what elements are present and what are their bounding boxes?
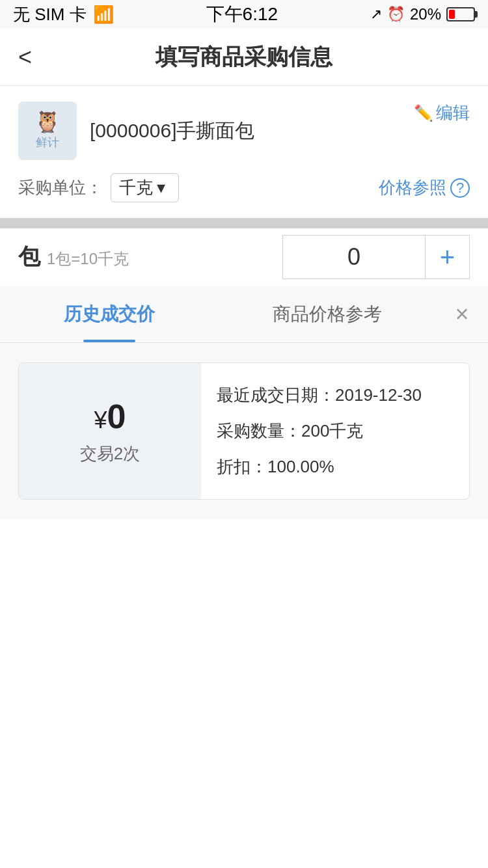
quantity-label: 包 1包=10千克 <box>18 242 129 272</box>
product-card: 🦉 鲜计 [0000006]手撕面包 ✏️ 编辑 采购单位： 千克 ▾ 价格参照… <box>0 86 488 218</box>
recent-date-label: 最近成交日期： <box>217 385 335 405</box>
edit-button[interactable]: ✏️ 编辑 <box>414 102 470 124</box>
price-ref-label: 价格参照 <box>379 176 446 199</box>
wifi-icon: 📶 <box>93 5 114 25</box>
tab-price-ref-label: 商品价格参考 <box>273 302 382 327</box>
recent-date-value: 2019-12-30 <box>335 385 422 405</box>
nav-bar: < 填写商品采购信息 <box>0 29 488 86</box>
trade-count: 交易2次 <box>80 442 140 465</box>
quantity-subtext: 1包=10千克 <box>47 249 129 269</box>
carrier-text: 无 SIM 卡 <box>13 3 87 26</box>
bottom-fill <box>0 519 488 868</box>
battery-fill <box>449 10 455 19</box>
status-left: 无 SIM 卡 📶 <box>13 3 114 26</box>
unit-select[interactable]: 千克 ▾ <box>111 173 179 202</box>
product-logo-icon: 🦉 <box>34 111 61 132</box>
recent-date-row: 最近成交日期：2019-12-30 <box>217 383 454 408</box>
edit-icon: ✏️ <box>414 104 433 122</box>
discount-value: 100.00% <box>267 457 334 476</box>
quantity-row: 包 1包=10千克 0 + <box>0 228 488 286</box>
tab-history-price[interactable]: 历史成交价 <box>0 286 218 342</box>
history-card: ¥0 交易2次 最近成交日期：2019-12-30 采购数量：200千克 折扣：… <box>18 362 470 500</box>
quantity-plus-button[interactable]: + <box>426 235 470 279</box>
product-left: 🦉 鲜计 [0000006]手撕面包 <box>18 102 254 160</box>
currency-symbol: ¥ <box>94 407 107 433</box>
alarm-icon: ⏰ <box>387 6 405 23</box>
unit-left: 采购单位： 千克 ▾ <box>18 173 179 202</box>
unit-value: 千克 <box>119 176 153 199</box>
tab-history-label: 历史成交价 <box>64 302 155 327</box>
battery-percent: 20% <box>410 5 441 23</box>
discount-row: 折扣：100.00% <box>217 454 454 480</box>
product-thumbnail: 🦉 鲜计 <box>18 102 77 160</box>
tab-price-reference[interactable]: 商品价格参考 <box>218 286 436 342</box>
quantity-controls: 0 + <box>282 235 470 279</box>
tab-close-button[interactable]: × <box>436 286 488 342</box>
product-logo-label: 鲜计 <box>36 135 59 150</box>
gray-divider <box>0 218 488 228</box>
status-time: 下午6:12 <box>206 2 278 27</box>
tab-active-indicator <box>83 340 135 342</box>
page-title: 填写商品采购信息 <box>156 42 332 72</box>
product-name: [0000006]手撕面包 <box>90 118 254 144</box>
price-ref-icon: ? <box>450 178 470 198</box>
battery-icon <box>446 7 475 21</box>
status-bar: 无 SIM 卡 📶 下午6:12 ↗ ⏰ 20% <box>0 0 488 29</box>
purchase-qty-value: 200千克 <box>301 421 363 441</box>
edit-label: 编辑 <box>436 102 470 124</box>
status-right: ↗ ⏰ 20% <box>370 5 475 23</box>
product-unit-row: 采购单位： 千克 ▾ 价格参照 ? <box>18 173 470 202</box>
location-icon: ↗ <box>370 6 382 23</box>
unit-label: 采购单位： <box>18 176 103 199</box>
quantity-unit: 包 <box>18 242 40 272</box>
card-price-value: ¥0 <box>94 397 126 436</box>
card-price-section: ¥0 交易2次 <box>19 363 201 499</box>
price-number: 0 <box>107 398 126 435</box>
history-panel: ¥0 交易2次 最近成交日期：2019-12-30 采购数量：200千克 折扣：… <box>0 343 488 519</box>
discount-label: 折扣： <box>217 457 267 476</box>
card-details-section: 最近成交日期：2019-12-30 采购数量：200千克 折扣：100.00% <box>201 363 469 499</box>
price-reference-button[interactable]: 价格参照 ? <box>379 176 470 199</box>
product-header: 🦉 鲜计 [0000006]手撕面包 ✏️ 编辑 <box>18 102 470 160</box>
unit-arrow-icon: ▾ <box>157 178 165 198</box>
tab-bar: 历史成交价 商品价格参考 × <box>0 286 488 343</box>
back-button[interactable]: < <box>18 44 32 71</box>
quantity-input[interactable]: 0 <box>282 235 426 279</box>
purchase-qty-label: 采购数量： <box>217 421 301 441</box>
purchase-qty-row: 采购数量：200千克 <box>217 418 454 444</box>
